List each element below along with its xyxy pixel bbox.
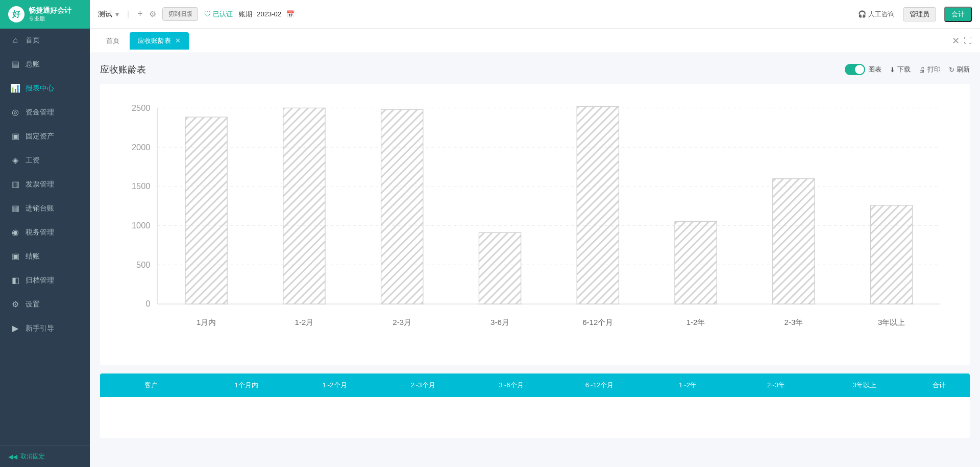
dropdown-icon: ▾: [115, 10, 119, 18]
ledger-icon: ▤: [10, 59, 20, 69]
sidebar-label-archive: 归档管理: [26, 276, 54, 285]
admin-btn[interactable]: 管理员: [903, 7, 936, 21]
tab-close-btn[interactable]: ✕: [175, 37, 181, 44]
tab-ar-aging[interactable]: 应收账龄表 ✕: [130, 32, 189, 50]
chart-toggle[interactable]: [845, 64, 865, 75]
tab-ar-aging-label: 应收账龄表: [138, 36, 171, 45]
sidebar-item-invoice[interactable]: ▥ 发票管理: [0, 172, 90, 196]
switch-version-btn[interactable]: 切到旧版: [162, 7, 198, 21]
sidebar-label-invoice: 发票管理: [26, 180, 54, 189]
sidebar-item-reports[interactable]: 📊 报表中心: [0, 76, 90, 100]
bar-2-3年: [773, 179, 815, 304]
period-display: 账期 2023-02 📅: [239, 10, 295, 19]
certified-badge: 🛡 已认证: [204, 10, 233, 19]
sidebar-item-tax[interactable]: ◉ 税务管理: [0, 220, 90, 244]
payroll-icon: ◈: [10, 155, 20, 165]
consult-btn[interactable]: 🎧 人工咨询: [858, 10, 895, 19]
sidebar-label-settings: 设置: [26, 300, 40, 309]
sidebar-item-settle[interactable]: ▣ 结账: [0, 244, 90, 268]
col-1-2year: 1~2年: [644, 373, 732, 397]
window-close-btn[interactable]: ✕: [952, 35, 960, 46]
sidebar-item-home[interactable]: ⌂ 首页: [0, 29, 90, 52]
sidebar-item-archive[interactable]: ◧ 归档管理: [0, 268, 90, 292]
sidebar-item-settings[interactable]: ⚙ 设置: [0, 292, 90, 316]
content-area: 应收账龄表 图表 ⬇ 下载 🖨 打印 ↻ 刷新: [90, 53, 980, 467]
sidebar-label-home: 首页: [26, 36, 40, 45]
page-title: 应收账龄表: [100, 63, 146, 76]
period-label: 账期: [239, 10, 252, 18]
sales-icon: ▦: [10, 203, 20, 213]
page-header: 应收账龄表 图表 ⬇ 下载 🖨 打印 ↻ 刷新: [100, 63, 970, 76]
topbar-divider1: |: [127, 10, 129, 19]
tab-home[interactable]: 首页: [98, 32, 128, 50]
cancel-fixed-label: 取消固定: [20, 452, 45, 461]
col-3-6month: 3~6个月: [467, 373, 555, 397]
period-value: 2023-02: [257, 10, 281, 18]
bar-1-2月: [283, 108, 325, 304]
sidebar-item-payroll[interactable]: ◈ 工资: [0, 148, 90, 172]
col-6-12month: 6~12个月: [555, 373, 644, 397]
sidebar-label-ledger: 总账: [26, 60, 40, 69]
sidebar-item-guide[interactable]: ▶ 新手引导: [0, 316, 90, 340]
logo-text-group: 畅捷通好会计 专业版: [29, 6, 71, 22]
col-1-2month: 1~2个月: [290, 373, 379, 397]
print-btn[interactable]: 🖨 打印: [919, 65, 941, 74]
logo-icon: 好: [8, 6, 24, 22]
sidebar-item-sales[interactable]: ▦ 进销台账: [0, 196, 90, 220]
download-icon: ⬇: [890, 66, 895, 74]
tax-icon: ◉: [10, 227, 20, 237]
sidebar-label-funds: 资金管理: [26, 108, 54, 117]
svg-text:3年以上: 3年以上: [878, 318, 905, 326]
consult-label: 人工咨询: [868, 10, 895, 19]
app-name: 畅捷通好会计: [29, 6, 71, 15]
svg-text:1月内: 1月内: [197, 318, 216, 326]
bar-chart: 0 500 1000 1500 2000 2500 1月内 1-2月: [115, 94, 954, 360]
bar-1月内: [185, 117, 227, 304]
svg-text:2-3月: 2-3月: [393, 318, 411, 326]
assets-icon: ▣: [10, 131, 20, 141]
print-icon: 🖨: [919, 66, 925, 74]
sidebar-label-tax: 税务管理: [26, 228, 54, 237]
sidebar-label-guide: 新手引导: [26, 324, 54, 333]
project-selector[interactable]: 测试 ▾: [98, 10, 119, 19]
svg-text:1-2年: 1-2年: [687, 318, 705, 326]
reports-icon: 📊: [10, 83, 20, 93]
cancel-fixed-btn[interactable]: ◀◀ 取消固定: [0, 446, 90, 467]
svg-text:500: 500: [136, 260, 150, 269]
sidebar-label-settle: 结账: [26, 252, 40, 261]
col-customer: 客户: [100, 373, 202, 397]
home-icon: ⌂: [10, 36, 20, 45]
svg-text:1500: 1500: [132, 181, 151, 191]
svg-text:2000: 2000: [132, 143, 151, 152]
topbar-right: 🎧 人工咨询 管理员 会计: [858, 7, 972, 22]
tabbar-right: ✕ ⛶: [952, 35, 972, 46]
calendar-icon[interactable]: 📅: [286, 10, 295, 18]
settle-icon: ▣: [10, 251, 20, 261]
refresh-btn[interactable]: ↻ 刷新: [949, 65, 970, 74]
page-actions: 图表 ⬇ 下载 🖨 打印 ↻ 刷新: [845, 64, 970, 75]
col-total: 合计: [909, 373, 970, 397]
project-name: 测试: [98, 10, 112, 19]
add-project-btn[interactable]: +: [137, 9, 143, 19]
svg-text:1-2月: 1-2月: [295, 318, 314, 326]
sidebar-item-assets[interactable]: ▣ 固定资产: [0, 124, 90, 148]
sidebar-item-funds[interactable]: ◎ 资金管理: [0, 100, 90, 124]
col-2-3month: 2~3个月: [379, 373, 467, 397]
main-area: 测试 ▾ | + ⚙ 切到旧版 🛡 已认证 账期 2023-02 📅 🎧 人工咨…: [90, 0, 980, 467]
window-expand-btn[interactable]: ⛶: [964, 36, 972, 45]
app-version: 专业版: [29, 15, 71, 22]
topbar-settings-btn[interactable]: ⚙: [149, 9, 156, 19]
sidebar-item-ledger[interactable]: ▤ 总账: [0, 52, 90, 76]
certified-label: 已认证: [213, 10, 233, 19]
accountant-btn[interactable]: 会计: [944, 7, 972, 22]
sidebar: 好 畅捷通好会计 专业版 ⌂ 首页 ▤ 总账 📊 报表中心 ◎ 资金管理 ▣ 固…: [0, 0, 90, 467]
sidebar-logo: 好 畅捷通好会计 专业版: [0, 0, 90, 29]
invoice-icon: ▥: [10, 179, 20, 189]
col-3year-plus: 3年以上: [820, 373, 909, 397]
svg-text:3-6月: 3-6月: [491, 318, 509, 326]
chart-toggle-label: 图表: [868, 65, 881, 74]
table-header: 客户 1个月内 1~2个月 2~3个月 3~6个月 6~12个月 1~2年 2~…: [100, 373, 970, 397]
chart-toggle-group: 图表: [845, 64, 881, 75]
download-btn[interactable]: ⬇ 下载: [890, 65, 911, 74]
svg-text:6-12个月: 6-12个月: [582, 318, 613, 326]
